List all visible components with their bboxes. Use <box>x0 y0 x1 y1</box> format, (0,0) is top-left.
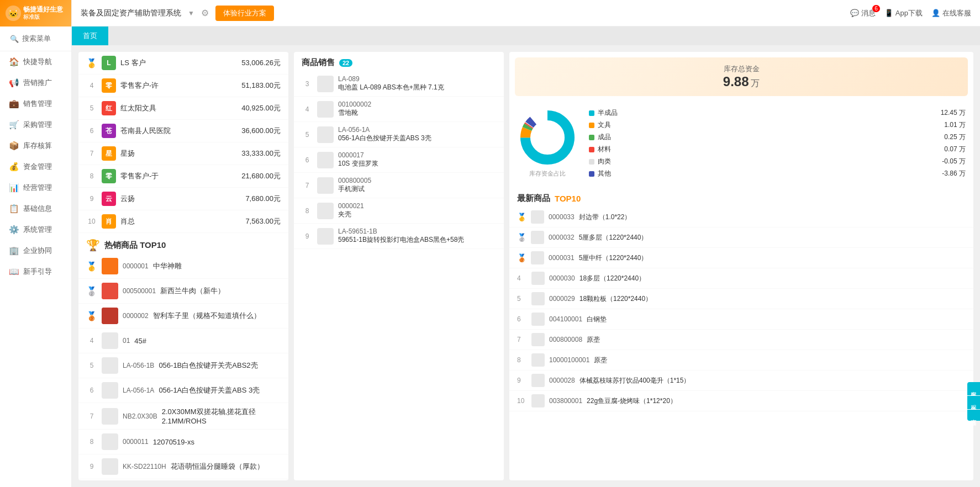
sales-product-9: 9 LA-59651-1B 59651-1B旋转投影灯电池盒ABS黑色+58壳 <box>294 224 504 249</box>
latest-products-header: 最新商品 TOP10 <box>509 188 973 207</box>
customer-amount-3: 40,925.00元 <box>241 103 281 113</box>
sidebar-item-quick[interactable]: 🏠 快捷导航 <box>0 51 71 72</box>
sales-rank-8: 8 <box>302 207 313 215</box>
sidebar-item-label: 快捷导航 <box>23 57 52 67</box>
latest-code-9: 0000028 <box>549 377 575 384</box>
logo-icon: 🐱 <box>6 6 21 21</box>
legend-dot-5 <box>589 159 594 165</box>
search-menu-button[interactable]: 🔍 搜索菜单 <box>6 31 66 46</box>
sales-name-5: 056-1A白色按键开关盖ABS 3壳 <box>338 134 496 143</box>
inventory-amount: 9.88 <box>723 74 749 89</box>
latest-img-4 <box>531 272 545 285</box>
sidebar-item-purchase[interactable]: 🛒 采购管理 <box>0 114 71 135</box>
message-badge-item[interactable]: 💬 消息 6 <box>850 8 876 18</box>
hot-product-img-6 <box>102 382 118 399</box>
float-live-btn[interactable]: 直播 <box>967 410 980 421</box>
sidebar: 🐱 畅捷通好生意 标准版 🔍 搜索菜单 🏠 快捷导航 📢 营销推广 💼 销售管理… <box>0 0 72 487</box>
logo-text-area: 畅捷通好生意 标准版 <box>23 6 63 21</box>
service-item[interactable]: 👤 在线客服 <box>931 8 971 18</box>
hot-product-name-4: 45# <box>134 337 281 345</box>
latest-code-2: 0000032 <box>549 234 575 241</box>
basic-icon: 📋 <box>9 204 19 214</box>
legend-value-2: 1.01 万 <box>944 120 966 130</box>
latest-rank-5: 5 <box>517 295 527 303</box>
latest-img-8 <box>531 353 545 367</box>
latest-medal-2: 🥈 <box>517 233 526 242</box>
sidebar-item-label: 新手引导 <box>23 267 52 277</box>
legend-dot-6 <box>589 171 594 177</box>
avatar-2: 零 <box>102 78 116 93</box>
home-icon: 🏠 <box>9 57 19 67</box>
settings-icon[interactable]: ⚙ <box>201 8 209 18</box>
legend-value-4: 0.07 万 <box>944 145 966 154</box>
latest-name-10: 22g鱼豆腐-烧烤味（1*12*20） <box>587 396 966 406</box>
content-area: 🥇 L LS 客户 53,006.26元 4 零 零售客户-许 51,183.0… <box>72 45 980 487</box>
legend-dot-3 <box>589 135 594 140</box>
sales-code-6: 0000017 <box>338 151 496 159</box>
sales-rank-panel: 商品销售 22 3 LA-089 电池盖 LA-089 ABS本色+黑种 7.1… <box>294 52 504 480</box>
sidebar-item-finance[interactable]: 💰 资金管理 <box>0 156 71 177</box>
float-community-btn[interactable]: 服务社区 <box>967 396 980 409</box>
latest-img-10 <box>531 394 545 407</box>
svg-rect-0 <box>102 258 118 274</box>
hot-product-4: 4 01 45# <box>78 329 288 353</box>
sales-rank-5: 5 <box>302 131 313 139</box>
hot-product-7: 7 NB2.0X30B 2.0X30MM双搓花轴,搓花直径2.1MM/ROHS <box>78 403 288 430</box>
latest-img-5 <box>531 292 545 305</box>
inventory-unit: 万 <box>751 78 760 88</box>
search-label: 搜索菜单 <box>22 34 51 44</box>
hot-product-code-8: 0000011 <box>123 438 149 446</box>
latest-medal-1: 🥇 <box>517 213 526 221</box>
sales-icon: 💼 <box>9 99 19 109</box>
hot-product-code-3: 0000002 <box>123 312 149 320</box>
sidebar-item-guide[interactable]: 📖 新手引导 <box>0 261 71 282</box>
rank-num-6: 8 <box>86 172 97 180</box>
sidebar-search-area: 🔍 搜索菜单 <box>0 27 71 51</box>
customer-amount-6: 21,680.00元 <box>241 171 281 181</box>
app-download-item[interactable]: 📱 App下载 <box>884 8 923 18</box>
latest-code-1: 0000033 <box>549 213 575 221</box>
system-icon: ⚙️ <box>9 225 19 235</box>
chart-legend: 半成品 12.45 万 文具 1.01 万 成品 0.25 万 <box>589 108 966 181</box>
dropdown-arrow[interactable]: ▼ <box>188 9 194 17</box>
sidebar-item-system[interactable]: ⚙️ 系统管理 <box>0 219 71 240</box>
inventory-title: 库存总资金 <box>524 64 959 74</box>
legend-dot-2 <box>589 123 594 128</box>
float-service-btn[interactable]: 客服热线 <box>967 382 980 395</box>
tab-home[interactable]: 首页 <box>72 27 108 45</box>
sidebar-item-corp[interactable]: 🏢 企业协同 <box>0 240 71 261</box>
sidebar-item-marketing[interactable]: 📢 营销推广 <box>0 72 71 93</box>
hot-product-9: 9 KK-SD22110H 花语萌恒温分腿睡袋（厚款） <box>78 454 288 479</box>
chart-note: 库存资金占比 <box>517 170 578 182</box>
customer-amount-7: 7,680.00元 <box>245 194 281 204</box>
sales-rank-header: 商品销售 22 <box>294 52 504 71</box>
hot-medal-3: 🥉 <box>86 311 97 321</box>
sales-img-9 <box>317 228 334 245</box>
sidebar-nav: 🏠 快捷导航 📢 营销推广 💼 销售管理 🛒 采购管理 📦 库存核算 💰 资金管… <box>0 51 71 487</box>
sidebar-item-basic[interactable]: 📋 基础信息 <box>0 198 71 219</box>
hot-product-img-3 <box>102 308 118 324</box>
sales-name-3: 电池盖 LA-089 ABS本色+黑种 7.1克 <box>338 83 496 92</box>
sales-product-4: 4 001000002 雪地靴 <box>294 97 504 122</box>
sidebar-item-sales[interactable]: 💼 销售管理 <box>0 93 71 114</box>
service-icon: 👤 <box>931 9 940 17</box>
customer-name-1: LS 客户 <box>120 58 237 68</box>
customer-rank-item-4: 6 苍 苍南县人民医院 36,600.00元 <box>78 120 288 142</box>
latest-img-7 <box>531 333 545 346</box>
customer-rank-item-5: 7 星 星扬 33,333.00元 <box>78 142 288 165</box>
corp-icon: 🏢 <box>9 246 19 256</box>
sidebar-item-label: 资金管理 <box>23 162 52 172</box>
hot-products-header: 🏆 热销商品 TOP10 <box>78 233 288 254</box>
trial-button[interactable]: 体验行业方案 <box>215 6 274 21</box>
avatar-3: 红 <box>102 101 116 115</box>
inventory-amount-area: 9.88 万 <box>524 74 959 89</box>
customer-name-8: 肖总 <box>120 216 241 226</box>
hot-medal-icon: 🏆 <box>86 239 100 252</box>
legend-label-6: 其他 <box>598 169 939 178</box>
customer-rank-item-6: 8 零 零售客户-于 21,680.00元 <box>78 165 288 188</box>
customer-rank-item-8: 10 肖 肖总 7,563.00元 <box>78 210 288 233</box>
sidebar-item-inventory[interactable]: 📦 库存核算 <box>0 135 71 156</box>
latest-img-3 <box>531 251 544 264</box>
guide-icon: 📖 <box>9 267 19 277</box>
sidebar-item-operation[interactable]: 📊 经营管理 <box>0 177 71 198</box>
